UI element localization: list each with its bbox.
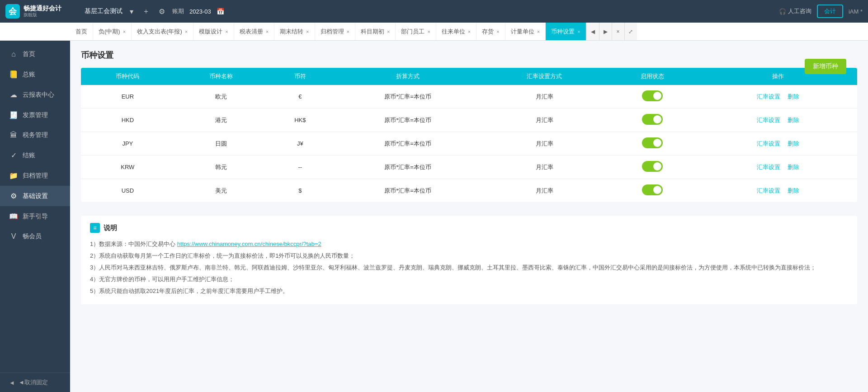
new-currency-btn[interactable]: 新增币种 <box>805 59 846 74</box>
sidebar-icon: 📖 <box>9 212 18 221</box>
cell-toggle <box>606 156 699 179</box>
cell-rate-type: 月汇率 <box>483 156 606 179</box>
cell-toggle <box>606 179 699 203</box>
delete-link[interactable]: 删除 <box>788 140 799 147</box>
rate-setting-link[interactable]: 汇率设置 <box>757 93 780 100</box>
tab-close-all-btn[interactable]: × <box>612 23 624 41</box>
cell-symbol: € <box>268 85 332 109</box>
sidebar-icon: 📁 <box>9 171 18 180</box>
tab-[interactable]: 负(中期)× <box>93 23 132 41</box>
sidebar-label: 基础设置 <box>23 192 48 200</box>
tab-close-icon[interactable]: × <box>185 29 188 34</box>
tab-prev-btn[interactable]: ◀ <box>586 23 599 41</box>
sidebar-item-归档管理[interactable]: 📁归档管理 <box>0 165 70 186</box>
currency-table: 币种代码币种名称币符折算方式汇率设置方式启用状态操作 EUR欧元€原币*汇率=本… <box>81 68 857 202</box>
cell-actions: 汇率设置删除 <box>699 132 857 156</box>
sidebar-item-税务管理[interactable]: 🏛税务管理 <box>0 125 70 145</box>
tab-[interactable]: 币种设置× <box>546 23 586 41</box>
sidebar-label: 畅会员 <box>23 232 42 241</box>
note-item: 5）系统只能自动抓取2021年度后的汇率，之前年度汇率需要用户手工维护。 <box>90 285 848 297</box>
tab-[interactable]: 存货× <box>476 23 505 41</box>
cell-calc: 原币*汇率=本位币 <box>332 156 483 179</box>
delete-link[interactable]: 删除 <box>788 187 799 194</box>
cell-code: KRW <box>81 156 175 179</box>
col-header-汇率设置方式: 汇率设置方式 <box>483 68 606 85</box>
tab-label: 存货 <box>482 28 494 36</box>
toggle-enabled[interactable] <box>642 114 663 125</box>
tab-close-icon[interactable]: × <box>537 29 540 34</box>
tab-label: 计量单位 <box>511 28 534 36</box>
rate-setting-link[interactable]: 汇率设置 <box>757 164 780 170</box>
tab-[interactable]: 计量单位× <box>505 23 546 41</box>
tab-close-icon[interactable]: × <box>577 29 580 34</box>
cell-code: EUR <box>81 85 175 109</box>
tab-label: 模版设计 <box>199 28 222 36</box>
toggle-enabled[interactable] <box>642 137 663 148</box>
sidebar-item-畅会员[interactable]: V畅会员 <box>0 227 70 246</box>
delete-link[interactable]: 删除 <box>788 117 799 123</box>
rate-setting-link[interactable]: 汇率设置 <box>757 187 780 194</box>
account-btn[interactable]: 会计 <box>817 5 843 18</box>
sidebar-item-新手引导[interactable]: 📖新手引导 <box>0 206 70 227</box>
delete-link[interactable]: 删除 <box>788 164 799 170</box>
sidebar-item-云报表中心[interactable]: ☁云报表中心 <box>0 85 70 105</box>
tab-close-icon[interactable]: × <box>306 29 309 34</box>
tab-close-icon[interactable]: × <box>496 29 499 34</box>
tab-[interactable]: 税表清册× <box>234 23 274 41</box>
tab-close-icon[interactable]: × <box>347 29 349 34</box>
iam-label: iAM * <box>849 8 863 15</box>
toggle-enabled[interactable] <box>642 161 663 172</box>
tab-[interactable]: 科目期初× <box>355 23 396 41</box>
logo-area: 会 畅捷通好会计 旗舰版 <box>5 4 75 19</box>
cell-name: 欧元 <box>175 85 268 109</box>
note-url-link[interactable]: https://www.chinamoney.com.cn/chinese/bk… <box>177 241 321 247</box>
service-btn[interactable]: 🎧 人工咨询 <box>779 7 811 15</box>
settings-icon[interactable]: ⚙ <box>157 5 167 18</box>
add-tab-btn[interactable]: ＋ <box>141 5 151 18</box>
tab-close-icon[interactable]: × <box>427 29 430 34</box>
tab-[interactable]: 模版设计× <box>193 23 234 41</box>
sidebar-item-总账[interactable]: 📒总账 <box>0 64 70 85</box>
sidebar-item-发票管理[interactable]: 🧾发票管理 <box>0 105 70 125</box>
sidebar-label: 归档管理 <box>23 172 48 180</box>
delete-link[interactable]: 删除 <box>788 93 799 100</box>
tab-label: 归档管理 <box>321 28 344 36</box>
tab-close-icon[interactable]: × <box>387 29 390 34</box>
tab-close-icon[interactable]: × <box>266 29 269 34</box>
tab-[interactable]: 往来单位× <box>436 23 476 41</box>
sidebar-icon: ⌂ <box>9 50 18 58</box>
sidebar-item-结账[interactable]: ✓结账 <box>0 145 70 165</box>
rate-setting-link[interactable]: 汇率设置 <box>757 117 780 123</box>
tab-[interactable]: 收入支出表(年报)× <box>132 23 193 41</box>
tab-[interactable]: 首页 <box>70 23 93 41</box>
header-center: 基层工会测试 ▾ ＋ ⚙ 账期 2023-03 📅 <box>75 5 779 18</box>
sidebar-item-首页[interactable]: ⌂首页 <box>0 44 70 64</box>
app-logo-icon: 会 <box>5 4 20 19</box>
tab-expand-btn[interactable]: ⤢ <box>624 23 637 41</box>
calendar-icon[interactable]: 📅 <box>217 8 224 15</box>
sidebar-footer-pin[interactable]: ◄ ◄取消固定 <box>0 373 70 392</box>
tab-close-icon[interactable]: × <box>225 29 228 34</box>
table-row: HKD港元HK$原币*汇率=本位币月汇率汇率设置删除 <box>81 109 857 132</box>
tab-[interactable]: 部门员工× <box>396 23 436 41</box>
cell-calc: 原币*汇率=本位币 <box>332 85 483 109</box>
dropdown-icon[interactable]: ▾ <box>128 5 135 18</box>
tab-label: 科目期初 <box>361 28 384 36</box>
tab-label: 税表清册 <box>240 28 263 36</box>
rate-setting-link[interactable]: 汇率设置 <box>757 140 780 147</box>
header-right: 🎧 人工咨询 会计 iAM * <box>779 5 863 18</box>
tab-label: 首页 <box>75 28 87 36</box>
cell-rate-type: 月汇率 <box>483 132 606 156</box>
company-name[interactable]: 基层工会测试 <box>85 7 123 15</box>
cell-name: 美元 <box>175 179 268 203</box>
toggle-enabled[interactable] <box>642 90 663 101</box>
notes-section: ≡ 说明 1）数据来源：中国外汇交易中心 https://www.chinamo… <box>81 216 857 304</box>
note-item: 1）数据来源：中国外汇交易中心 https://www.chinamoney.c… <box>90 238 848 250</box>
tab-[interactable]: 归档管理× <box>315 23 355 41</box>
tab-next-btn[interactable]: ▶ <box>599 23 612 41</box>
sidebar-item-基础设置[interactable]: ⚙基础设置 <box>0 186 70 206</box>
tab-close-icon[interactable]: × <box>123 29 126 34</box>
tab-[interactable]: 期末结转× <box>274 23 315 41</box>
tab-close-icon[interactable]: × <box>468 29 471 34</box>
toggle-enabled[interactable] <box>642 184 663 195</box>
